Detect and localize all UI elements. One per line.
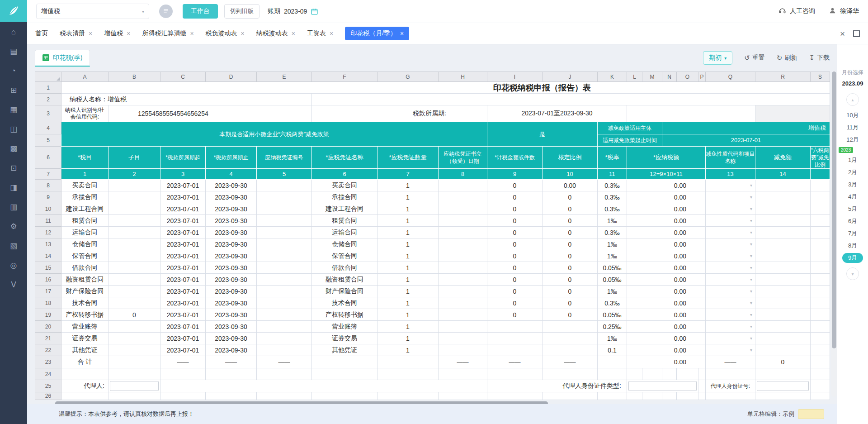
- tax-rate-cell[interactable]: 0.05‰: [598, 309, 627, 321]
- app-logo[interactable]: [0, 0, 27, 22]
- cell[interactable]: 0: [487, 297, 542, 309]
- relief-code-cell[interactable]: ▾: [706, 321, 755, 333]
- cell[interactable]: 2: [108, 169, 160, 180]
- relief-code-cell[interactable]: ▾: [706, 215, 755, 227]
- col-header-D[interactable]: D: [206, 72, 257, 82]
- cell[interactable]: [542, 368, 598, 380]
- cell[interactable]: [108, 297, 160, 309]
- cell[interactable]: ——: [160, 356, 206, 368]
- cell[interactable]: [108, 274, 160, 286]
- cell[interactable]: [257, 368, 312, 380]
- col-header-L[interactable]: L: [627, 72, 642, 82]
- cell[interactable]: ——: [439, 356, 487, 368]
- cell[interactable]: *应纳税额: [627, 147, 706, 169]
- tax-amount-cell[interactable]: 0.00: [627, 238, 706, 250]
- cell[interactable]: 1: [377, 250, 439, 262]
- row-header-15[interactable]: 15: [35, 262, 61, 274]
- close-icon[interactable]: ×: [292, 30, 295, 37]
- home-icon[interactable]: ⌂: [8, 27, 19, 37]
- assets-icon[interactable]: ◨: [8, 183, 19, 193]
- row-header-23[interactable]: 23: [35, 356, 61, 368]
- cell[interactable]: [755, 286, 811, 297]
- relief-code-cell[interactable]: ▾: [706, 180, 755, 191]
- month-8月[interactable]: 8月: [842, 241, 863, 251]
- agent-label-cell[interactable]: 代理人:: [61, 380, 108, 392]
- cell[interactable]: [257, 262, 312, 274]
- cell[interactable]: 0: [487, 215, 542, 227]
- cell[interactable]: 0.00: [542, 180, 598, 191]
- tax-item-cell[interactable]: 买卖合同: [61, 180, 108, 191]
- col-header-G[interactable]: G: [377, 72, 439, 82]
- cell[interactable]: [160, 368, 206, 380]
- cell[interactable]: 2023-09-30: [206, 286, 257, 297]
- tax-amount-cell[interactable]: 0.00: [627, 215, 706, 227]
- cell[interactable]: [598, 368, 627, 380]
- voucher-name-cell[interactable]: 产权转移书据: [312, 309, 377, 321]
- tax-amount-cell[interactable]: 0.00: [627, 191, 706, 203]
- cell[interactable]: *税目: [61, 147, 108, 169]
- cell[interactable]: [811, 262, 830, 274]
- total-label-cell[interactable]: 合 计: [61, 356, 108, 368]
- tax-item-cell[interactable]: 营业账簿: [61, 321, 108, 333]
- cell[interactable]: 2023-09-30: [206, 297, 257, 309]
- cell[interactable]: [487, 321, 542, 333]
- cell[interactable]: [755, 333, 811, 344]
- cell[interactable]: 3: [160, 169, 206, 180]
- cell[interactable]: [377, 368, 439, 380]
- row-header-7[interactable]: 7: [35, 169, 61, 180]
- sheet-title-cell[interactable]: 印花税纳税申报（报告）表: [61, 82, 830, 94]
- cell[interactable]: [439, 180, 487, 191]
- cell[interactable]: [312, 368, 377, 380]
- cell[interactable]: [677, 368, 698, 380]
- col-header-F[interactable]: F: [312, 72, 377, 82]
- voucher-name-cell[interactable]: 保管合同: [312, 250, 377, 262]
- relief-code-cell[interactable]: ▾: [706, 262, 755, 274]
- tab-所得税汇算清缴[interactable]: 所得税汇算清缴×: [142, 27, 193, 40]
- cell[interactable]: 2023-07-01: [160, 321, 206, 333]
- voucher-name-cell[interactable]: 借款合同: [312, 262, 377, 274]
- cell[interactable]: [642, 392, 662, 400]
- cell[interactable]: 2023-07-01: [160, 297, 206, 309]
- cell[interactable]: 2023-07-01: [160, 250, 206, 262]
- forms-icon[interactable]: ⊡: [8, 163, 19, 173]
- cell[interactable]: [257, 392, 312, 400]
- row-header-17[interactable]: 17: [35, 286, 61, 297]
- tab-税表清册[interactable]: 税表清册×: [60, 27, 92, 40]
- tax-amount-cell[interactable]: 0.00: [627, 344, 706, 356]
- row-header-12[interactable]: 12: [35, 227, 61, 238]
- cell[interactable]: 0: [542, 286, 598, 297]
- cell[interactable]: 0: [542, 262, 598, 274]
- tax-rate-cell[interactable]: 0.05‰: [598, 262, 627, 274]
- row-header-13[interactable]: 13: [35, 238, 61, 250]
- cell[interactable]: 2023-09-30: [206, 180, 257, 191]
- row-header-5[interactable]: 5: [35, 134, 61, 147]
- cell[interactable]: [662, 392, 677, 400]
- row-header-14[interactable]: 14: [35, 250, 61, 262]
- tax-item-cell[interactable]: 保管合同: [61, 250, 108, 262]
- cell[interactable]: 1: [377, 238, 439, 250]
- cell[interactable]: [160, 380, 487, 392]
- tax-item-cell[interactable]: 借款合同: [61, 262, 108, 274]
- cell[interactable]: [439, 203, 487, 215]
- cell[interactable]: [108, 356, 160, 368]
- cell[interactable]: [439, 286, 487, 297]
- dropdown-arrow-icon[interactable]: ▾: [750, 310, 752, 320]
- cell[interactable]: 7: [377, 169, 439, 180]
- voucher-name-cell[interactable]: 其他凭证: [312, 344, 377, 356]
- cell[interactable]: [627, 105, 755, 122]
- voucher-name-cell[interactable]: 租赁合同: [312, 215, 377, 227]
- row-header-20[interactable]: 20: [35, 321, 61, 333]
- tax-item-cell[interactable]: 租赁合同: [61, 215, 108, 227]
- col-header-N[interactable]: N: [662, 72, 677, 82]
- cell[interactable]: [206, 392, 257, 400]
- cell[interactable]: [439, 215, 487, 227]
- cell[interactable]: 13: [706, 169, 755, 180]
- cell[interactable]: 14: [755, 169, 811, 180]
- tax-item-cell[interactable]: 其他凭证: [61, 344, 108, 356]
- cell[interactable]: 2023-07-01: [160, 274, 206, 286]
- relief-code-cell[interactable]: ▾: [706, 309, 755, 321]
- cell[interactable]: [108, 321, 160, 333]
- col-header-S[interactable]: S: [811, 72, 830, 82]
- cell[interactable]: [755, 105, 830, 122]
- close-icon[interactable]: ×: [330, 30, 333, 37]
